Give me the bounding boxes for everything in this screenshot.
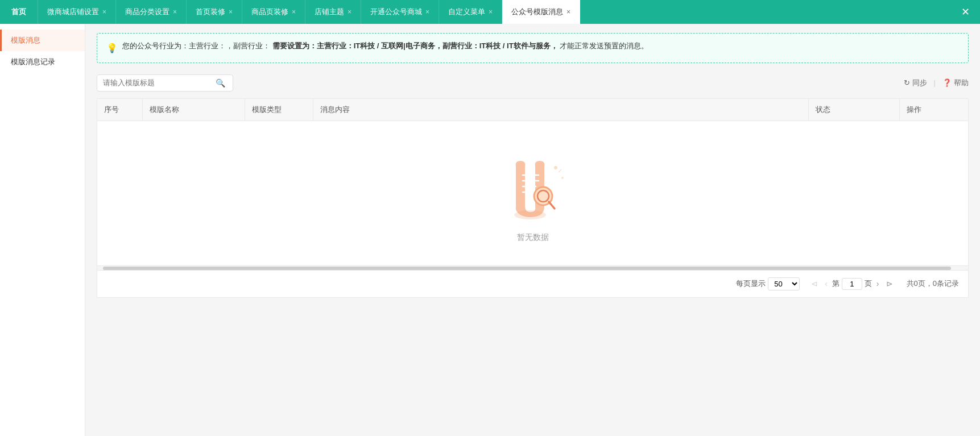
tab-home[interactable]: 首页 (0, 0, 38, 24)
table-container: 序号 模版名称 模版类型 消息内容 状态 操作 (97, 98, 969, 298)
notice-suffix: 才能正常发送预置的消息。 (560, 41, 648, 50)
svg-line-10 (559, 169, 561, 172)
tab-store-settings-label: 微商城店铺设置 (47, 7, 99, 17)
total-info: 共0页，0条记录 (907, 279, 959, 289)
tab-template-msg-label: 公众号模版消息 (511, 7, 563, 17)
svg-line-7 (549, 202, 555, 209)
tab-store-settings-close[interactable]: × (102, 8, 106, 16)
sidebar-item-template-record[interactable]: 模版消息记录 (0, 51, 85, 73)
tab-custom-menu-close[interactable]: × (489, 8, 493, 16)
sidebar-item-template-record-label: 模版消息记录 (11, 57, 55, 66)
tab-category-settings-close[interactable]: × (173, 8, 177, 16)
next-page-button[interactable]: › (874, 278, 882, 289)
help-label: 帮助 (954, 78, 969, 88)
horizontal-scrollbar[interactable] (97, 265, 968, 270)
page-nav: ⊲ ‹ 第 页 › ⊳ (809, 278, 895, 290)
window-close-button[interactable]: ✕ (957, 6, 974, 18)
tab-category-settings-label: 商品分类设置 (125, 7, 169, 17)
table-header: 序号 模版名称 模版类型 消息内容 状态 操作 (97, 99, 968, 121)
svg-point-8 (554, 166, 557, 169)
help-icon: ❓ (942, 78, 952, 87)
main-layout: 模版消息 模版消息记录 💡 您的公众号行业为：主营行业：，副营行业： 需要设置为… (0, 24, 980, 436)
th-content: 消息内容 (313, 99, 809, 121)
search-button[interactable]: 🔍 (211, 75, 230, 91)
page-size-container: 每页显示 50 20 100 (736, 277, 800, 290)
search-right-actions: ↻ 同步 | ❓ 帮助 (904, 78, 969, 88)
sidebar-item-template-msg-label: 模版消息 (11, 36, 40, 44)
svg-point-9 (561, 177, 564, 179)
tab-template-msg-close[interactable]: × (567, 8, 570, 16)
empty-illustration (499, 155, 567, 223)
notice-box: 💡 您的公众号行业为：主营行业：，副营行业： 需要设置为：主营行业：IT科技 /… (97, 33, 969, 63)
tab-product-decor-close[interactable]: × (292, 8, 296, 16)
th-actions: 操作 (900, 99, 968, 121)
tab-store-theme-label: 店铺主题 (315, 7, 344, 17)
current-page-input[interactable] (842, 278, 862, 290)
sync-button[interactable]: ↻ 同步 (904, 78, 927, 88)
prev-page-button[interactable]: ‹ (822, 278, 830, 289)
pagination: 每页显示 50 20 100 ⊲ ‹ 第 页 › ⊳ 共0页，0条记录 (97, 270, 968, 297)
tab-bar: 首页 微商城店铺设置 × 商品分类设置 × 首页装修 × 商品页装修 × 店铺主… (0, 0, 980, 24)
tab-custom-menu[interactable]: 自定义菜单 × (439, 0, 502, 24)
tab-custom-menu-label: 自定义菜单 (448, 7, 485, 17)
search-input-container: 🔍 (97, 74, 233, 92)
tab-open-mall[interactable]: 开通公众号商城 × (361, 0, 439, 24)
tab-home-decor-close[interactable]: × (229, 8, 233, 16)
tab-open-mall-label: 开通公众号商城 (370, 7, 422, 17)
sidebar: 模版消息 模版消息记录 (0, 24, 85, 436)
tab-store-settings[interactable]: 微商城店铺设置 × (38, 0, 116, 24)
sidebar-item-template-msg[interactable]: 模版消息 (0, 30, 85, 51)
tab-store-theme-close[interactable]: × (348, 8, 352, 16)
help-button[interactable]: ❓ 帮助 (942, 78, 969, 88)
page-size-select[interactable]: 50 20 100 (768, 277, 800, 290)
page-size-label: 每页显示 (736, 279, 766, 289)
tab-product-decor-label: 商品页装修 (251, 7, 288, 17)
last-page-button[interactable]: ⊳ (884, 278, 895, 289)
first-page-button[interactable]: ⊲ (809, 278, 820, 289)
tab-template-msg[interactable]: 公众号模版消息 × (502, 0, 580, 24)
th-index: 序号 (97, 99, 143, 121)
notice-icon: 💡 (106, 41, 118, 56)
content-area: 💡 您的公众号行业为：主营行业：，副营行业： 需要设置为：主营行业：IT科技 /… (85, 24, 980, 436)
notice-highlight: 需要设置为：主营行业：IT科技 / 互联网|电子商务，副营行业：IT科技 / I… (272, 41, 558, 50)
page-label: 页 (865, 279, 872, 289)
sync-icon: ↻ (904, 78, 910, 87)
tab-category-settings[interactable]: 商品分类设置 × (116, 0, 187, 24)
page-prefix: 第 (832, 279, 840, 289)
search-bar: 🔍 ↻ 同步 | ❓ 帮助 (97, 74, 969, 92)
scrollbar-thumb[interactable] (103, 267, 951, 270)
tab-store-theme[interactable]: 店铺主题 × (305, 0, 361, 24)
empty-state: 暂无数据 (97, 121, 968, 265)
tab-home-label: 首页 (11, 7, 26, 17)
empty-text: 暂无数据 (517, 232, 549, 243)
tab-home-decor[interactable]: 首页装修 × (187, 0, 242, 24)
sync-label: 同步 (912, 78, 927, 88)
notice-text: 您的公众号行业为：主营行业：，副营行业： 需要设置为：主营行业：IT科技 / 互… (122, 40, 648, 52)
th-type: 模版类型 (245, 99, 313, 121)
divider: | (934, 78, 936, 87)
th-status: 状态 (809, 99, 900, 121)
search-input[interactable] (97, 75, 211, 90)
tab-home-decor-label: 首页装修 (196, 7, 225, 17)
th-name: 模版名称 (143, 99, 245, 121)
notice-prefix: 您的公众号行业为：主营行业：，副营行业： (122, 41, 270, 50)
tab-product-decor[interactable]: 商品页装修 × (242, 0, 305, 24)
tab-open-mall-close[interactable]: × (425, 8, 429, 16)
